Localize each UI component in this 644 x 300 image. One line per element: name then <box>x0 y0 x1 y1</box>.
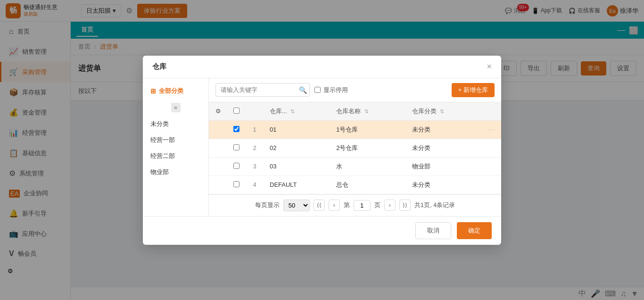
category-sidebar: ⊞ 全部分类 « 未分类 经营一部 经营二部 物业部 <box>143 78 209 101</box>
warehouse-modal: 仓库 × ⊞ 全部分类 « 未分类 经营一部 经营二部 <box>143 56 501 101</box>
modal-title: 仓库 <box>152 62 166 71</box>
show-disabled-label[interactable]: 显示停用 <box>314 86 348 94</box>
add-warehouse-btn[interactable]: + 新增仓库 <box>452 83 495 97</box>
grid-icon: ⊞ <box>150 87 156 95</box>
search-icon-btn[interactable]: 🔍 <box>299 86 307 94</box>
search-input-wrap: 🔍 <box>215 83 310 97</box>
cat-item-all[interactable]: ⊞ 全部分类 <box>143 83 208 99</box>
modal-table-section: 🔍 显示停用 + 新增仓库 ⚙ <box>209 78 501 101</box>
modal-body: ⊞ 全部分类 « 未分类 经营一部 经营二部 物业部 <box>143 78 501 101</box>
show-disabled-checkbox[interactable] <box>314 87 321 93</box>
modal-close-btn[interactable]: × <box>487 62 492 71</box>
modal-header: 仓库 × <box>143 56 501 78</box>
search-input[interactable] <box>215 83 310 97</box>
search-bar: 🔍 显示停用 + 新增仓库 <box>209 78 501 101</box>
modal-overlay[interactable]: 仓库 × ⊞ 全部分类 « 未分类 经营一部 经营二部 <box>0 0 644 100</box>
cat-all-label: 全部分类 <box>159 87 183 95</box>
